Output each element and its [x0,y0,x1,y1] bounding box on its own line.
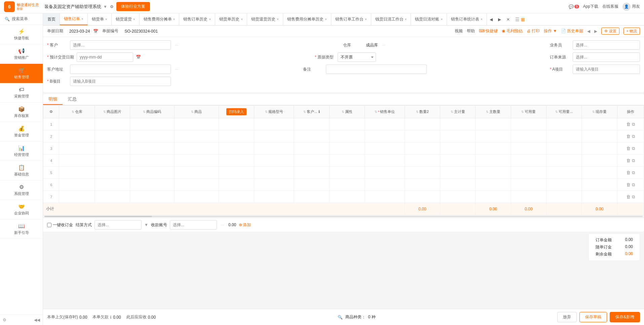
help-btn[interactable]: 帮助 [467,28,475,34]
tab-close-order-workbench[interactable]: × [365,17,367,21]
col-header-settings[interactable]: ⚙ [43,106,59,118]
tab-next-btn[interactable]: ▶ [495,13,504,25]
tab-prev-btn[interactable]: ◀ [487,13,495,25]
tab-close-sales-return[interactable]: × [133,17,135,21]
row-copy-icon[interactable]: ⧉ [632,134,635,139]
history-btn[interactable]: 📄 历史单据 [561,28,583,34]
tab-order-workbench[interactable]: 销售订单工作台 × [331,13,371,25]
view-btn[interactable]: 视频 [455,28,463,34]
tab-close-invoice-history[interactable]: × [241,17,243,21]
row-copy-icon[interactable]: ⧉ [632,158,635,163]
remark-input[interactable] [326,65,427,74]
operations-btn[interactable]: 操作 ▼ [544,28,557,34]
payment-add-btn[interactable]: ⊕ 添加 [239,222,251,228]
save-new-button[interactable]: 保存&新增 [610,312,640,322]
sidebar-item-purchase[interactable]: 🏷 采购管理 [0,83,43,103]
tab-sales-order-history[interactable]: 销售订单历史 × [179,13,215,25]
row-copy-icon[interactable]: ⧉ [632,146,635,151]
dropdown-arrow-icon[interactable]: ▼ [103,4,107,9]
shortcut-btn[interactable]: ⌨ 快捷键 [479,28,498,34]
sidebar-settings-icon[interactable]: ⚙ [3,318,6,322]
col-header-customer-info[interactable]: ⇅客户... ℹ [294,106,329,118]
print-btn[interactable]: 🖨 打印 [527,28,540,34]
discard-button[interactable]: 放弃 [557,312,577,322]
col-header-qty2[interactable]: ⇅数量2 [405,106,440,118]
payment-method-dropdown[interactable]: ▼ [144,222,148,227]
row-delete-icon[interactable]: 🗑 [626,146,631,151]
payment-account-dots[interactable]: ··· [221,222,224,227]
col-header-product[interactable]: ⇅商品 [174,106,219,118]
tab-grid-view-btn[interactable]: ⊞ [521,17,525,22]
sidebar-item-sales[interactable]: 🛒 销售管理 [0,64,43,83]
add-material-btn[interactable]: + 物流 [623,28,640,35]
tab-invoice-history[interactable]: 销货单历史 × [215,13,247,25]
sidebar-item-sys-mgmt[interactable]: ⚙ 系统管理 [0,180,43,200]
settings-side-btn[interactable]: ⚙ 设置 [601,28,619,35]
row-delete-icon[interactable]: 🗑 [626,158,631,163]
tab-sales-expense-split[interactable]: 销售费用分摊单 × [140,13,180,25]
warehouse-dots[interactable]: ··· [382,43,385,47]
col-header-available2[interactable]: ⇅可用量... [546,106,582,118]
date-picker-icon[interactable]: 📅 [93,29,98,34]
scan-input-button[interactable]: 扫码录入 [226,108,247,115]
tab-close-sales-invoice[interactable]: × [105,17,107,21]
col-header-available[interactable]: ⇅可用量 [511,106,546,118]
delivery-date-icon[interactable]: 📅 [136,55,141,59]
col-header-main-qty[interactable]: ⇅主数量 [476,106,511,118]
sidebar-item-quick-nav[interactable]: ⚡ 快捷导航 [0,25,43,44]
table-scrollbar[interactable] [43,215,644,218]
tab-sales-return[interactable]: 销货退货 × [112,13,140,25]
sidebar-item-finance[interactable]: 💰 资金管理 [0,122,43,141]
customer-input[interactable] [70,40,171,50]
tab-close-expense-split[interactable]: × [173,17,175,21]
profit-forecast-btn[interactable]: ◉ 毛利预估 [502,28,522,34]
payment-account-input[interactable] [170,220,217,230]
tab-home[interactable]: 首页 [43,13,60,25]
col-header-main-unit[interactable]: ⇅主计量 [440,106,476,118]
tab-daily-workbench[interactable]: 钱货日清工作台 × [371,13,411,25]
col-header-product-code[interactable]: ⇅商品编码 [130,106,175,118]
tab-close-stats[interactable]: × [481,17,483,21]
message-icon[interactable]: 💬 9 [569,4,579,9]
nav-next-btn[interactable]: ▶ [594,29,597,34]
row-copy-icon[interactable]: ⧉ [632,170,635,175]
nav-prev-btn[interactable]: ◀ [587,29,590,34]
sidebar-item-corp-collab[interactable]: 🤝 企业协同 [0,200,43,219]
sidebar-item-marketing[interactable]: 📢 营销推广 [0,44,43,64]
payment-method-input[interactable] [94,220,142,230]
sidebar-item-ops[interactable]: 📊 经营管理 [0,141,43,161]
tab-list-view-btn[interactable]: ☰ [515,17,520,22]
tab-close-daily-reconcile[interactable]: × [441,17,443,21]
sidebar-item-basic-info[interactable]: 📋 基础信息 [0,161,43,180]
tab-more-btn[interactable]: ✕ [504,13,513,25]
order-source-input[interactable] [573,52,640,62]
row-delete-icon[interactable]: 🗑 [626,170,631,175]
app-download-link[interactable]: App下载 [583,4,598,9]
sidebar-search[interactable]: 🔍 搜索菜单 [0,13,43,25]
col-header-product-image[interactable]: ⇅商品图片 [94,106,130,118]
row-copy-icon[interactable]: ⧉ [632,122,635,127]
invoice-type-select[interactable]: 不开票 增值税普通发票 增值税专用发票 [338,52,376,62]
save-draft-button[interactable]: 保存草稿 [579,312,607,322]
delivery-date-input[interactable] [77,52,133,62]
address-dots[interactable]: ··· [175,67,178,72]
online-support-link[interactable]: 在线客服 [602,4,618,9]
project-a-input[interactable] [573,65,640,74]
sidebar-item-inventory[interactable]: 📦 库存核算 [0,103,43,122]
tab-expense-history[interactable]: 销售费用分摊单历史 × [283,13,331,25]
col-header-spec[interactable]: ⇅规格型号 [254,106,294,118]
tab-pill-summary[interactable]: 汇总 [63,94,82,105]
col-header-attributes[interactable]: ⇅属性 [329,106,365,118]
row-copy-icon[interactable]: ⧉ [632,194,635,200]
industry-plan-button[interactable]: 体验行业方案 [116,2,150,11]
col-header-stock[interactable]: ⇅现存量 [582,106,617,118]
row-delete-icon[interactable]: 🗑 [626,182,631,187]
sidebar-item-new-guide[interactable]: 📖 新手引导 [0,219,43,239]
settings-icon[interactable]: ⚙ [110,4,114,9]
row-copy-icon[interactable]: ⧉ [632,182,635,188]
sidebar-collapse-icon[interactable]: ◀◀ [34,318,40,322]
quick-deposit-checkbox[interactable]: 一键收订金 [47,222,73,228]
row-delete-icon[interactable]: 🗑 [626,194,631,199]
salesperson-input[interactable] [573,40,640,50]
tab-return-history[interactable]: 销货退货历史 × [247,13,283,25]
